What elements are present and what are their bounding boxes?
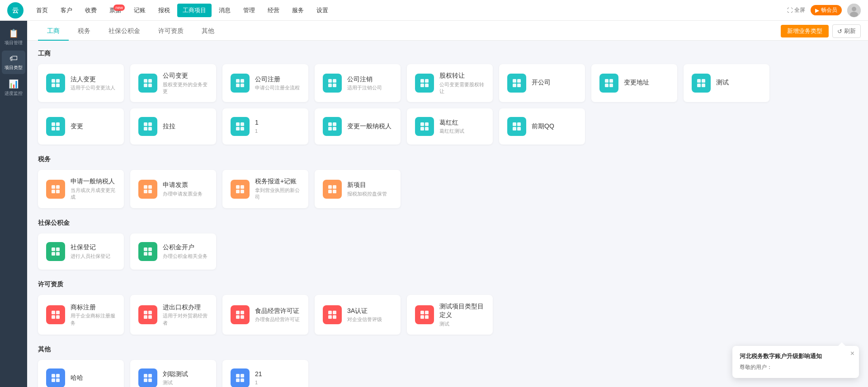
- card-测试[interactable]: 测试: [684, 64, 769, 102]
- card-申请一般纳税人[interactable]: 申请一般纳税人当月或次月成变更完成: [38, 170, 124, 208]
- svg-rect-83: [144, 252, 147, 256]
- svg-rect-95: [236, 315, 240, 319]
- section-title-社保公积金: 社保公积金: [38, 219, 857, 227]
- svg-rect-101: [420, 311, 424, 314]
- notification-title: 河北税务数字账户升级影响通知: [740, 352, 852, 360]
- svg-rect-22: [425, 79, 429, 83]
- card-公司注册[interactable]: 公司注册申请公司注册全流程: [222, 64, 308, 102]
- card-葛红红[interactable]: 葛红红葛红红测试: [407, 108, 493, 145]
- nav-item-票据[interactable]: 票据new: [104, 4, 127, 17]
- card-name-label: 申请发票: [163, 181, 203, 190]
- card-info-变更地址: 变更地址: [624, 78, 649, 88]
- refresh-button[interactable]: ↺ 刷新: [832, 24, 861, 38]
- nav-item-服务[interactable]: 服务: [287, 4, 309, 17]
- nav-item-首页[interactable]: 首页: [31, 4, 53, 17]
- svg-rect-20: [333, 84, 336, 87]
- nav-item-设置[interactable]: 设置: [311, 4, 334, 17]
- svg-rect-13: [236, 79, 240, 83]
- card-3A认证[interactable]: 3A认证对企业信誉评级: [315, 295, 401, 335]
- card-刘聪测试[interactable]: 刘聪测试测试: [130, 360, 216, 387]
- nav-item-收费[interactable]: 收费: [80, 4, 102, 17]
- card-desc-label: 葛红红测试: [439, 128, 464, 135]
- svg-rect-51: [328, 127, 332, 131]
- card-info-开公司: 开公司: [532, 78, 551, 88]
- svg-rect-81: [144, 247, 147, 251]
- card-desc-label: 办理食品经营许可证: [255, 316, 300, 323]
- notification-close-button[interactable]: ×: [850, 350, 854, 358]
- card-申请发票[interactable]: 申请发票办理申请发票业务: [130, 170, 216, 208]
- card-食品经营许可证[interactable]: 食品经营许可证办理食品经营许可证: [222, 295, 308, 335]
- card-icon-食品经营许可证: [231, 305, 250, 324]
- nav-item-客户[interactable]: 客户: [55, 4, 78, 17]
- card-新项目[interactable]: 新项目报税加税控盘保管: [315, 170, 401, 208]
- sidebar-item-label: 项目类型: [5, 65, 23, 71]
- card-变更一般纳税人[interactable]: 变更一般纳税人: [315, 108, 401, 145]
- card-21[interactable]: 211: [222, 360, 308, 387]
- card-变更[interactable]: 变更: [38, 108, 124, 145]
- svg-rect-116: [241, 378, 244, 382]
- svg-rect-109: [144, 374, 147, 378]
- card-name-label: 哈哈: [71, 373, 83, 382]
- svg-rect-24: [425, 84, 429, 87]
- card-name-label: 21: [255, 370, 262, 379]
- nav-item-消息[interactable]: 消息: [213, 4, 236, 17]
- card-前期QQ[interactable]: 前期QQ: [499, 108, 585, 145]
- card-info-公积金开户: 公积金开户办理公积金相关业务: [163, 243, 208, 260]
- nav-item-工商项目[interactable]: 工商项目: [177, 4, 212, 17]
- sub-tab-工商[interactable]: 工商: [38, 23, 69, 41]
- svg-rect-108: [56, 378, 60, 382]
- svg-rect-58: [517, 122, 521, 126]
- card-info-申请一般纳税人: 申请一般纳税人当月或次月成变更完成: [71, 177, 116, 200]
- card-税务报道+记账[interactable]: 税务报道+记账拿到营业执照的新公司: [222, 170, 308, 208]
- card-商标注册[interactable]: 商标注册用于企业商标注册服务: [38, 295, 124, 335]
- logo-icon[interactable]: 云: [7, 2, 24, 19]
- card-name-label: 商标注册: [71, 303, 116, 312]
- svg-rect-37: [52, 122, 55, 126]
- sidebar-item-进度监控[interactable]: 📊进度监控: [2, 76, 25, 99]
- card-name-label: 3A认证: [347, 307, 382, 316]
- svg-rect-60: [517, 127, 521, 131]
- svg-rect-93: [236, 311, 240, 314]
- svg-rect-15: [236, 84, 240, 87]
- user-avatar[interactable]: [847, 4, 861, 17]
- sub-tab-税务[interactable]: 税务: [69, 23, 99, 41]
- cards-grid-工商: 法人变更适用于公司变更法人 公司变更股权变更外的业务变更 公司注册申请公司注册全…: [38, 64, 857, 145]
- nav-item-经营[interactable]: 经营: [262, 4, 285, 17]
- svg-rect-113: [236, 374, 240, 378]
- svg-rect-11: [144, 84, 147, 87]
- card-法人变更[interactable]: 法人变更适用于公司变更法人: [38, 64, 124, 102]
- card-股权转让[interactable]: 股权转让公司变更需要股权转让: [407, 64, 493, 102]
- card-desc-label: 进行人员社保登记: [71, 253, 110, 260]
- svg-rect-27: [513, 84, 516, 87]
- card-社保登记[interactable]: 社保登记进行人员社保登记: [38, 233, 124, 270]
- card-公积金开户[interactable]: 公积金开户办理公积金相关业务: [130, 233, 216, 270]
- card-desc-label: 用于企业商标注册服务: [71, 312, 116, 326]
- card-拉拉[interactable]: 拉拉: [130, 108, 216, 145]
- fullscreen-button[interactable]: ⛶ 全屏: [787, 6, 805, 14]
- card-开公司[interactable]: 开公司: [499, 64, 585, 102]
- card-进出口权办理[interactable]: 进出口权办理适用于对外贸易经营者: [130, 295, 216, 335]
- card-变更地址[interactable]: 变更地址: [591, 64, 677, 102]
- card-哈哈[interactable]: 哈哈: [38, 360, 124, 387]
- svg-rect-23: [420, 84, 424, 87]
- svg-rect-76: [333, 190, 336, 193]
- card-公司注销[interactable]: 公司注销适用于注销公司: [315, 64, 401, 102]
- sub-tab-许可资质[interactable]: 许可资质: [149, 23, 193, 41]
- svg-rect-66: [148, 185, 152, 189]
- card-name-label: 变更一般纳税人: [347, 122, 392, 131]
- sub-tab-其他[interactable]: 其他: [193, 23, 223, 41]
- svg-rect-28: [517, 84, 521, 87]
- nav-item-报税[interactable]: 报税: [153, 4, 175, 17]
- sidebar-item-项目类型[interactable]: 🏷项目类型: [2, 51, 25, 74]
- card-公司变更[interactable]: 公司变更股权变更外的业务变更: [130, 64, 216, 102]
- sub-tab-社保公积金[interactable]: 社保公积金: [99, 23, 149, 41]
- card-info-股权转让: 股权转让公司变更需要股权转让: [439, 71, 485, 95]
- card-1[interactable]: 11: [222, 108, 308, 145]
- new-type-button[interactable]: 新增业务类型: [781, 25, 829, 37]
- card-name-label: 食品经营许可证: [255, 307, 300, 316]
- sidebar-item-项目管理[interactable]: 📋项目管理: [2, 25, 25, 49]
- member-button[interactable]: ▶ 畅会员: [811, 5, 842, 15]
- nav-item-记账[interactable]: 记账: [128, 4, 151, 17]
- nav-item-管理[interactable]: 管理: [238, 4, 260, 17]
- card-测试项目类型目定义[interactable]: 测试项目类型目定义测试: [407, 295, 493, 335]
